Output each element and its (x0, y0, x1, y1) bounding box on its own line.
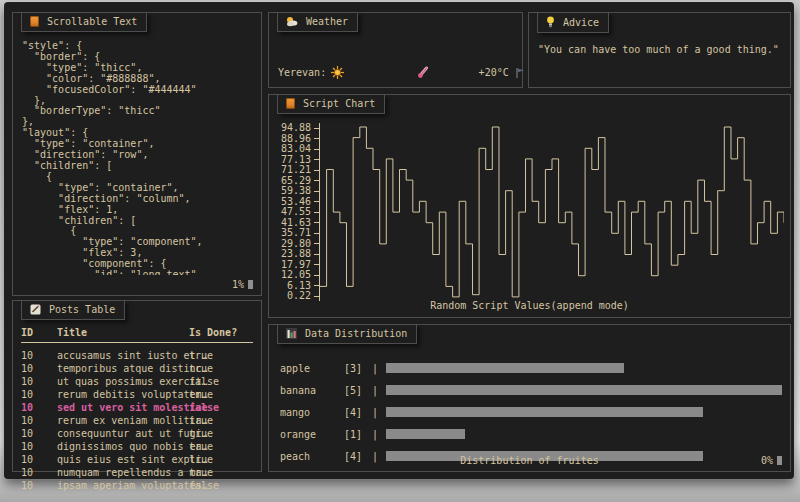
cell-done: false (189, 401, 253, 414)
y-tick-label: 47.55 (281, 207, 311, 217)
bar-axis-tick: | (372, 429, 386, 440)
y-tick-label: 35.71 (281, 228, 311, 238)
scroll-icon (30, 16, 39, 27)
y-tick: 59.38 (281, 186, 319, 196)
y-tick-label: 94.88 (281, 123, 311, 133)
cell-title: ipsam aperiam voluptates… (57, 479, 189, 492)
table-row[interactable]: 10rerum ex veniam mollitia…true (21, 414, 253, 427)
script-chart-plot-area[interactable]: 94.8888.9683.0477.1371.2165.2959.3853.46… (277, 123, 784, 301)
table-row[interactable]: 10quis eius est sint expli…true (21, 453, 253, 466)
y-tick: 77.13 (281, 155, 319, 165)
cell-id: 10 (21, 388, 57, 401)
y-tick-label: 59.38 (281, 186, 311, 196)
terminal-window: Scrollable Text "style": { "border": { "… (4, 2, 794, 479)
posts-table-header: ID Title Is Done? (21, 327, 253, 343)
cell-id: 10 (21, 440, 57, 453)
y-tick: 12.05 (281, 270, 319, 280)
data-distribution-tab[interactable]: Data Distribution (277, 324, 417, 344)
distribution-rows: apple[3]|banana[5]|mango[4]|orange[1]|pe… (280, 357, 782, 467)
json-text[interactable]: "style": { "border": { "type": "thicc", … (22, 41, 255, 275)
distribution-scroll-indicator[interactable]: 0% (761, 455, 782, 466)
table-row[interactable]: 10ipsam aperiam voluptates…false (21, 479, 253, 492)
cell-id: 10 (21, 414, 57, 427)
col-header-isdone: Is Done? (189, 327, 253, 338)
cell-title: rerum debitis voluptatem… (57, 388, 189, 401)
y-tick-label: 65.29 (281, 176, 311, 186)
fruit-count: [3] (344, 363, 372, 374)
y-tick: 41.63 (281, 218, 319, 228)
y-tick-label: 17.97 (281, 260, 311, 270)
bar-chart-icon (286, 328, 297, 339)
cell-title: ut quas possimus exercit… (57, 375, 189, 388)
bar (386, 363, 624, 373)
panel-script-chart: Script Chart 94.8888.9683.0477.1371.2165… (268, 94, 791, 318)
distribution-row: orange[1]| (280, 423, 782, 445)
cell-id: 10 (21, 349, 57, 362)
weather-tab[interactable]: Weather (277, 12, 358, 32)
cell-done: true (189, 414, 253, 427)
sun-cloud-icon (286, 16, 298, 27)
cell-done: true (189, 453, 253, 466)
panel-posts-table: Posts Table ID Title Is Done? 10accusamu… (12, 300, 262, 472)
cell-done: true (189, 349, 253, 362)
y-tick: 88.96 (281, 134, 319, 144)
bar-axis-tick: | (372, 407, 386, 418)
table-row[interactable]: 10consequuntur aut ut fugi…true (21, 427, 253, 440)
y-tick-label: 12.05 (281, 270, 311, 280)
scrollable-text-scroll-indicator[interactable]: 1% (232, 279, 253, 290)
advice-title: Advice (563, 17, 599, 28)
fruit-count: [5] (344, 385, 372, 396)
y-tick: 35.71 (281, 228, 319, 238)
y-tick: 17.97 (281, 260, 319, 270)
posts-table-title: Posts Table (49, 304, 115, 315)
panel-advice: Advice "You can have too much of a good … (528, 12, 791, 88)
table-row[interactable]: 10temporibus atque distinc…true (21, 362, 253, 375)
y-tick-label: 41.63 (281, 218, 311, 228)
scrollable-text-tab[interactable]: Scrollable Text (21, 12, 147, 32)
cell-done: true (189, 466, 253, 479)
cell-title: dignissimos quo nobis ea… (57, 440, 189, 453)
y-tick: 65.29 (281, 176, 319, 186)
scrollbar-thumb-icon (777, 456, 782, 465)
posts-table-tab[interactable]: Posts Table (21, 300, 125, 320)
y-tick: 47.55 (281, 207, 319, 217)
fruit-count: [1] (344, 429, 372, 440)
table-row[interactable]: 10dignissimos quo nobis ea…true (21, 440, 253, 453)
distribution-row: apple[3]| (280, 357, 782, 379)
script-chart-title: Script Chart (303, 98, 375, 109)
distribution-x-label: Distribution of fruites (269, 455, 790, 466)
cell-id: 10 (21, 427, 57, 440)
table-row[interactable]: 10rerum debitis voluptatem…true (21, 388, 253, 401)
cell-title: numquam repellendus a ma… (57, 466, 189, 479)
y-tick: 29.80 (281, 239, 319, 249)
table-row[interactable]: 10accusamus sint iusto et …true (21, 349, 253, 362)
cell-title: rerum ex veniam mollitia… (57, 414, 189, 427)
table-row[interactable]: 10numquam repellendus a ma…true (21, 466, 253, 479)
y-tick-label: 6.13 (287, 281, 311, 291)
script-chart-tab[interactable]: Script Chart (277, 94, 385, 114)
bar-track (386, 363, 782, 373)
bar-axis-tick: | (372, 385, 386, 396)
weather-location: Yerevan: (278, 67, 326, 78)
cell-title: sed ut vero sit molestiae (57, 401, 189, 414)
panel-data-distribution: Data Distribution apple[3]|banana[5]|man… (268, 324, 791, 472)
cell-done: false (189, 479, 253, 492)
advice-tab[interactable]: Advice (537, 12, 609, 33)
y-tick: 71.21 (281, 165, 319, 175)
cell-done: true (189, 362, 253, 375)
distribution-scroll-percent: 0% (761, 455, 773, 466)
cell-done: true (189, 388, 253, 401)
bar (386, 429, 465, 439)
panel-weather: Weather Yerevan: (268, 12, 523, 88)
y-tick-label: 83.04 (281, 144, 311, 154)
table-row[interactable]: 10sed ut vero sit molestiaefalse (21, 401, 253, 414)
table-row[interactable]: 10ut quas possimus exercit…false (21, 375, 253, 388)
fruit-label: banana (280, 385, 344, 396)
y-tick: 94.88 (281, 123, 319, 133)
col-header-id: ID (21, 327, 57, 338)
thermometer-icon (417, 44, 477, 101)
cell-title: quis eius est sint expli… (57, 453, 189, 466)
chart-y-axis: 94.8888.9683.0477.1371.2165.2959.3853.46… (277, 123, 319, 301)
bar-track (386, 385, 782, 395)
orange-book-icon (286, 98, 295, 109)
